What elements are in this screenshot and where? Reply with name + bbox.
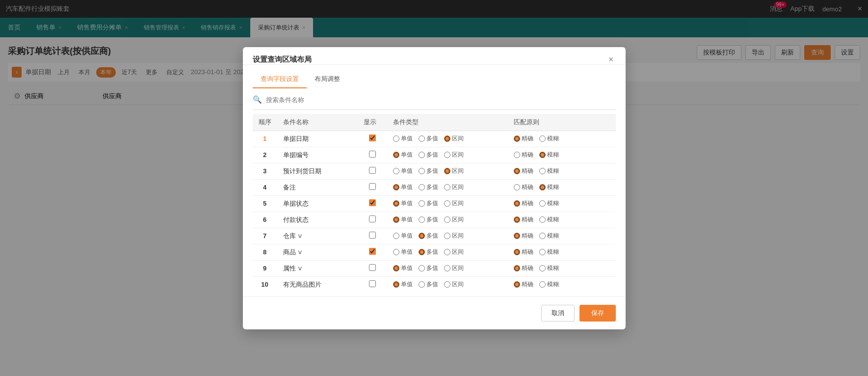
row-match: 精确模糊 <box>508 212 615 228</box>
match-option-模糊[interactable]: 模糊 <box>539 215 559 224</box>
order-number: 9 <box>263 265 266 272</box>
dialog-overlay: 设置查询区域布局 × 查询字段设置 布局调整 🔍 顺序 条件名称 显示 <box>0 0 868 376</box>
type-option-区间[interactable]: 区间 <box>444 248 464 256</box>
match-option-模糊[interactable]: 模糊 <box>539 183 559 191</box>
row-match: 精确模糊 <box>508 195 615 212</box>
match-option-精确[interactable]: 精确 <box>514 183 533 191</box>
type-option-区间[interactable]: 区间 <box>444 215 464 224</box>
type-option-多值[interactable]: 多值 <box>419 183 438 191</box>
match-option-精确[interactable]: 精确 <box>514 280 533 289</box>
show-checkbox[interactable] <box>369 264 376 271</box>
table-row: 3预计到货日期单值多值区间精确模糊 <box>253 163 616 179</box>
type-option-多值[interactable]: 多值 <box>419 280 438 289</box>
show-checkbox[interactable] <box>369 134 376 141</box>
dialog-header: 设置查询区域布局 × <box>243 47 626 65</box>
type-option-多值[interactable]: 多值 <box>419 167 438 175</box>
type-option-区间[interactable]: 区间 <box>444 167 464 175</box>
type-option-区间[interactable]: 区间 <box>444 151 464 159</box>
type-option-单值[interactable]: 单值 <box>393 151 413 159</box>
match-option-精确[interactable]: 精确 <box>514 248 533 256</box>
match-option-模糊[interactable]: 模糊 <box>539 232 559 240</box>
row-name: 属性 ∨ <box>277 260 358 276</box>
row-type: 单值多值区间 <box>387 212 508 228</box>
type-option-单值[interactable]: 单值 <box>393 280 413 289</box>
match-option-模糊[interactable]: 模糊 <box>539 167 559 175</box>
table-row: 10有无商品图片单值多值区间精确模糊 <box>253 276 616 291</box>
show-checkbox[interactable] <box>369 232 376 239</box>
type-option-多值[interactable]: 多值 <box>419 215 438 224</box>
type-option-多值[interactable]: 多值 <box>419 151 438 159</box>
row-order: 4 <box>253 179 277 195</box>
row-match: 精确模糊 <box>508 276 615 291</box>
match-option-模糊[interactable]: 模糊 <box>539 134 559 143</box>
show-checkbox[interactable] <box>369 199 376 206</box>
show-checkbox[interactable] <box>369 183 376 190</box>
table-row: 4备注单值多值区间精确模糊 <box>253 179 616 195</box>
show-checkbox[interactable] <box>369 151 376 158</box>
type-option-单值[interactable]: 单值 <box>393 232 413 240</box>
row-name: 备注 <box>277 179 358 195</box>
row-order: 6 <box>253 212 277 228</box>
match-option-精确[interactable]: 精确 <box>514 232 533 240</box>
match-option-精确[interactable]: 精确 <box>514 215 533 224</box>
type-option-区间[interactable]: 区间 <box>444 134 464 143</box>
match-option-精确[interactable]: 精确 <box>514 199 533 208</box>
row-match: 精确模糊 <box>508 163 615 179</box>
type-option-多值[interactable]: 多值 <box>419 264 438 272</box>
type-option-多值[interactable]: 多值 <box>419 248 438 256</box>
type-option-单值[interactable]: 单值 <box>393 134 413 143</box>
match-option-精确[interactable]: 精确 <box>514 167 533 175</box>
type-option-区间[interactable]: 区间 <box>444 280 464 289</box>
order-number: 6 <box>263 216 266 223</box>
cancel-btn[interactable]: 取消 <box>541 305 575 322</box>
row-type: 单值多值区间 <box>387 276 508 291</box>
type-option-多值[interactable]: 多值 <box>419 134 438 143</box>
row-show <box>358 179 387 195</box>
row-order: 1 <box>253 131 277 147</box>
type-option-单值[interactable]: 单值 <box>393 199 413 208</box>
search-bar: 🔍 <box>253 94 616 110</box>
match-option-模糊[interactable]: 模糊 <box>539 151 559 159</box>
dialog-tab-query[interactable]: 查询字段设置 <box>253 71 307 88</box>
th-order: 顺序 <box>253 114 277 131</box>
row-show <box>358 228 387 244</box>
dialog-close-btn[interactable]: × <box>606 55 616 64</box>
type-option-单值[interactable]: 单值 <box>393 183 413 191</box>
row-show <box>358 147 387 163</box>
order-number: 8 <box>263 248 266 256</box>
match-option-模糊[interactable]: 模糊 <box>539 264 559 272</box>
match-option-模糊[interactable]: 模糊 <box>539 199 559 208</box>
row-order: 7 <box>253 228 277 244</box>
show-checkbox[interactable] <box>369 248 376 255</box>
show-checkbox[interactable] <box>369 215 376 222</box>
show-checkbox[interactable] <box>369 280 376 287</box>
show-checkbox[interactable] <box>369 167 376 174</box>
type-option-区间[interactable]: 区间 <box>444 264 464 272</box>
match-option-模糊[interactable]: 模糊 <box>539 248 559 256</box>
row-show <box>358 212 387 228</box>
type-option-区间[interactable]: 区间 <box>444 199 464 208</box>
type-option-多值[interactable]: 多值 <box>419 199 438 208</box>
row-match: 精确模糊 <box>508 131 615 147</box>
save-btn[interactable]: 保存 <box>579 305 616 322</box>
row-match: 精确模糊 <box>508 147 615 163</box>
type-option-单值[interactable]: 单值 <box>393 248 413 256</box>
table-row: 5单据状态单值多值区间精确模糊 <box>253 195 616 212</box>
row-match: 精确模糊 <box>508 228 615 244</box>
search-input[interactable] <box>262 94 616 106</box>
order-number: 2 <box>263 151 266 159</box>
match-option-模糊[interactable]: 模糊 <box>539 280 559 289</box>
match-option-精确[interactable]: 精确 <box>514 264 533 272</box>
match-option-精确[interactable]: 精确 <box>514 151 533 159</box>
row-order: 2 <box>253 147 277 163</box>
type-option-单值[interactable]: 单值 <box>393 264 413 272</box>
type-option-单值[interactable]: 单值 <box>393 167 413 175</box>
type-option-区间[interactable]: 区间 <box>444 183 464 191</box>
search-icon: 🔍 <box>253 95 262 104</box>
type-option-单值[interactable]: 单值 <box>393 215 413 224</box>
match-option-精确[interactable]: 精确 <box>514 134 533 143</box>
type-option-多值[interactable]: 多值 <box>419 232 438 240</box>
row-show <box>358 163 387 179</box>
dialog-tab-layout[interactable]: 布局调整 <box>307 71 348 88</box>
type-option-区间[interactable]: 区间 <box>444 232 464 240</box>
